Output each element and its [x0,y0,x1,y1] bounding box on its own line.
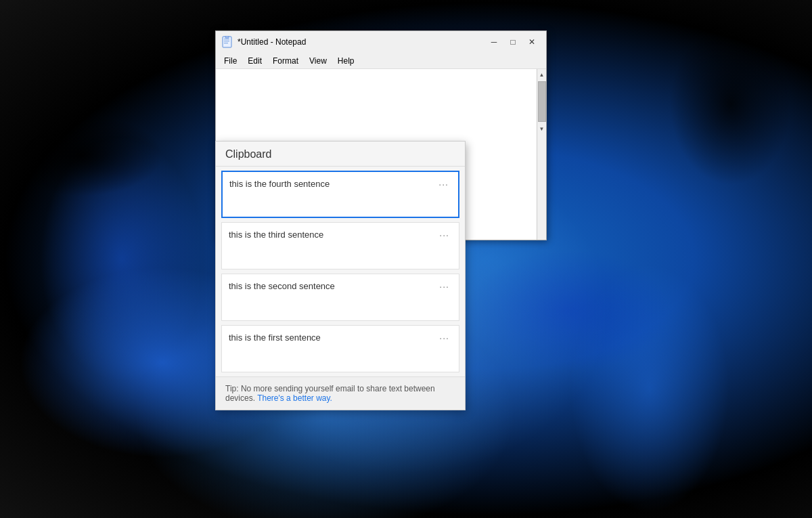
clipboard-item[interactable]: this is the third sentence ··· [221,222,459,269]
clipboard-item-menu-button[interactable]: ··· [436,332,452,343]
clipboard-item-menu-button[interactable]: ··· [436,230,452,240]
svg-rect-4 [225,36,229,38]
svg-rect-3 [224,43,228,43]
svg-rect-0 [223,37,231,47]
clipboard-item[interactable]: this is the first sentence ··· [221,325,459,372]
svg-rect-1 [224,39,229,39]
close-button[interactable]: ✕ [523,35,541,49]
clipboard-item-text: this is the second sentence [229,281,436,291]
menu-view[interactable]: View [304,55,332,67]
clipboard-tip-link[interactable]: There's a better way. [257,393,332,403]
clipboard-item[interactable]: this is the fourth sentence ··· [221,171,459,218]
menu-help[interactable]: Help [332,55,360,67]
window-title: *Untitled - Notepad [238,37,306,47]
notepad-app-icon [221,36,233,48]
scroll-thumb[interactable] [538,81,546,122]
clipboard-item[interactable]: this is the second sentence ··· [221,274,459,321]
titlebar-left: *Untitled - Notepad [221,36,306,48]
clipboard-panel: Clipboard this is the fourth sentence ··… [215,141,466,410]
svg-rect-2 [224,41,229,41]
titlebar-controls: ─ □ ✕ [485,35,541,49]
clipboard-items-list: this is the fourth sentence ··· this is … [216,167,465,376]
scroll-down-arrow[interactable]: ▼ [537,123,547,134]
minimize-button[interactable]: ─ [485,35,503,49]
menu-file[interactable]: File [219,55,242,67]
menubar: File Edit Format View Help [216,53,546,69]
maximize-button[interactable]: □ [504,35,522,49]
clipboard-item-menu-button[interactable]: ··· [436,179,451,190]
menu-edit[interactable]: Edit [242,55,267,67]
scrollbar: ▲ ▼ [537,69,546,240]
menu-format[interactable]: Format [267,55,304,67]
clipboard-item-text: this is the first sentence [229,332,436,343]
clipboard-item-text: this is the third sentence [229,230,436,240]
clipboard-item-menu-button[interactable]: ··· [436,281,452,292]
clipboard-header: Clipboard [216,142,465,167]
scroll-up-arrow[interactable]: ▲ [537,69,547,80]
titlebar: *Untitled - Notepad ─ □ ✕ [216,31,546,53]
clipboard-tip: Tip: No more sending yourself email to s… [216,376,465,410]
clipboard-item-text: this is the fourth sentence [229,179,436,189]
